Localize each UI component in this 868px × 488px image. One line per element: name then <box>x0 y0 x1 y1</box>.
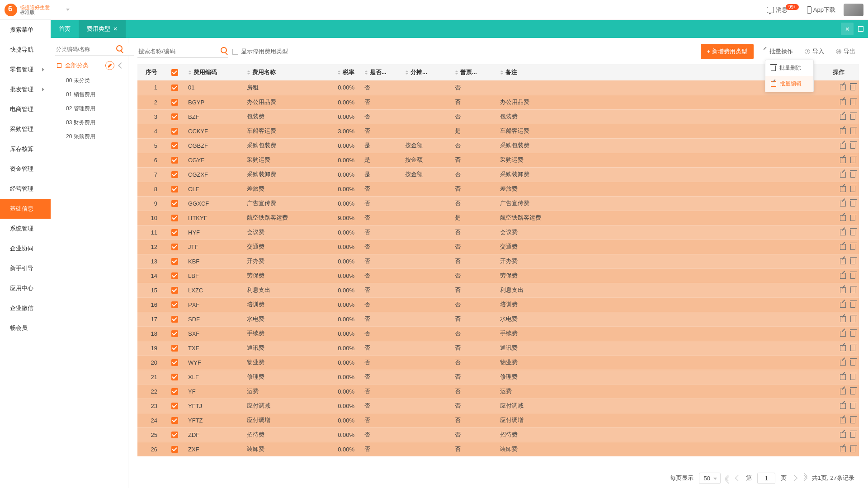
sidebar-item-1[interactable]: 快捷导航 <box>0 40 51 60</box>
col-code[interactable]: 费用编码 <box>184 64 243 80</box>
search-icon[interactable] <box>221 47 227 53</box>
row-checkbox[interactable] <box>165 312 184 326</box>
org-picker[interactable] <box>63 9 70 11</box>
row-edit-button[interactable] <box>840 273 846 279</box>
row-edit-button[interactable] <box>840 157 846 163</box>
row-checkbox[interactable] <box>165 370 184 384</box>
row-checkbox[interactable] <box>165 196 184 211</box>
table-row[interactable]: 26ZXF装卸费0.00%否否装卸费 <box>137 442 859 456</box>
row-delete-button[interactable] <box>850 287 855 293</box>
row-checkbox[interactable] <box>165 95 184 109</box>
row-edit-button[interactable] <box>840 389 846 394</box>
row-checkbox[interactable] <box>165 283 184 297</box>
row-checkbox[interactable] <box>165 268 184 283</box>
table-row[interactable]: 9GGXCF广告宣传费0.00%否否广告宣传费 <box>137 196 859 211</box>
row-edit-button[interactable] <box>840 128 846 134</box>
pager-next-button[interactable] <box>791 475 797 481</box>
row-edit-button[interactable] <box>840 99 846 105</box>
row-edit-button[interactable] <box>840 230 846 235</box>
sidebar-item-13[interactable]: 应用中心 <box>0 278 51 298</box>
row-checkbox[interactable] <box>165 341 184 355</box>
close-icon[interactable]: ✕ <box>113 26 118 32</box>
row-delete-button[interactable] <box>850 389 855 394</box>
collapse-panel-button[interactable] <box>118 62 124 69</box>
row-delete-button[interactable] <box>850 84 855 90</box>
pager-prev-button[interactable] <box>735 475 741 481</box>
table-row[interactable]: 20WYF物业费0.00%否否物业费 <box>137 355 859 370</box>
table-row[interactable]: 5CGBZF采购包装费0.00%是按金额否采购包装费 <box>137 138 859 153</box>
import-button[interactable]: 导入 <box>801 45 828 58</box>
row-edit-button[interactable] <box>840 172 846 178</box>
table-row[interactable]: 24YFTZ应付调增0.00%否否应付调增 <box>137 413 859 427</box>
table-row[interactable]: 16PXF培训费0.00%否否培训费 <box>137 297 859 312</box>
table-row[interactable]: 15LXZC利息支出0.00%否否利息支出 <box>137 283 859 297</box>
row-delete-button[interactable] <box>850 186 855 192</box>
sidebar-item-9[interactable]: 基础信息 <box>0 199 51 219</box>
table-row[interactable]: 2BGYP办公用品费0.00%否否办公用品费 <box>137 95 859 109</box>
table-row[interactable]: 11HYF会议费0.00%否否会议费 <box>137 225 859 239</box>
pager-first-button[interactable] <box>725 475 731 481</box>
table-row[interactable]: 7CGZXF采购装卸费0.00%是按金额否采购装卸费 <box>137 167 859 182</box>
fullscreen-icon[interactable] <box>858 26 863 32</box>
row-checkbox[interactable] <box>165 109 184 124</box>
row-edit-button[interactable] <box>840 143 846 149</box>
search-icon[interactable] <box>116 45 123 52</box>
category-item-0[interactable]: 00 未分类 <box>51 74 128 88</box>
row-checkbox[interactable] <box>165 167 184 182</box>
table-row[interactable]: 23YFTJ应付调减0.00%否否应付调减 <box>137 399 859 413</box>
row-delete-button[interactable] <box>850 172 855 178</box>
col-rate[interactable]: 税率 <box>320 64 361 80</box>
row-edit-button[interactable] <box>840 201 846 206</box>
perpage-select[interactable]: 50 <box>699 473 721 484</box>
row-edit-button[interactable] <box>840 316 846 322</box>
tab-home[interactable]: 首页 <box>51 20 79 38</box>
sidebar-item-15[interactable]: 畅会员 <box>0 318 51 338</box>
col-bool1[interactable]: 是否... <box>361 64 401 80</box>
row-checkbox[interactable] <box>165 297 184 312</box>
category-item-2[interactable]: 02 管理费用 <box>51 102 128 116</box>
row-delete-button[interactable] <box>850 403 855 409</box>
table-row[interactable]: 19TXF通讯费0.00%否否通讯费 <box>137 341 859 355</box>
row-delete-button[interactable] <box>850 128 855 134</box>
row-delete-button[interactable] <box>850 360 855 366</box>
row-delete-button[interactable] <box>850 114 855 120</box>
category-item-1[interactable]: 01 销售费用 <box>51 88 128 102</box>
row-delete-button[interactable] <box>850 446 855 452</box>
row-checkbox[interactable] <box>165 225 184 239</box>
col-select-all[interactable] <box>165 64 184 80</box>
app-download-button[interactable]: App下载 <box>807 6 835 14</box>
row-delete-button[interactable] <box>850 331 855 337</box>
table-row[interactable]: 13KBF开办费0.00%否否开办费 <box>137 254 859 268</box>
table-row[interactable]: 3BZF包装费0.00%否否包装费 <box>137 109 859 124</box>
table-search-input[interactable] <box>137 45 228 58</box>
row-checkbox[interactable] <box>165 254 184 268</box>
row-delete-button[interactable] <box>850 157 855 163</box>
show-disabled-toggle[interactable]: 显示停用费用类型 <box>232 47 288 56</box>
sidebar-item-10[interactable]: 系统管理 <box>0 219 51 239</box>
row-edit-button[interactable] <box>840 331 846 337</box>
row-delete-button[interactable] <box>850 143 855 149</box>
row-edit-button[interactable] <box>840 432 846 438</box>
table-row[interactable]: 22YF运费0.00%否否运费 <box>137 384 859 399</box>
table-row[interactable]: 14LBF劳保费0.00%否否劳保费 <box>137 268 859 283</box>
row-edit-button[interactable] <box>840 345 846 351</box>
row-edit-button[interactable] <box>840 84 846 90</box>
sidebar-item-8[interactable]: 经营管理 <box>0 179 51 199</box>
row-delete-button[interactable] <box>850 230 855 235</box>
row-edit-button[interactable] <box>840 244 846 250</box>
sidebar-item-4[interactable]: 电商管理 <box>0 99 51 119</box>
row-delete-button[interactable] <box>850 258 855 264</box>
row-delete-button[interactable] <box>850 432 855 438</box>
col-bool2[interactable]: 普票... <box>451 64 496 80</box>
category-item-3[interactable]: 03 财务费用 <box>51 116 128 130</box>
row-checkbox[interactable] <box>165 138 184 153</box>
row-edit-button[interactable] <box>840 418 846 423</box>
row-delete-button[interactable] <box>850 374 855 380</box>
row-delete-button[interactable] <box>850 99 855 105</box>
category-all[interactable]: 全部分类 <box>51 59 128 74</box>
sidebar-item-2[interactable]: 零售管理 <box>0 60 51 80</box>
row-checkbox[interactable] <box>165 442 184 456</box>
row-delete-button[interactable] <box>850 418 855 423</box>
batch-actions-button[interactable]: 批量操作 <box>758 45 797 58</box>
row-edit-button[interactable] <box>840 258 846 264</box>
